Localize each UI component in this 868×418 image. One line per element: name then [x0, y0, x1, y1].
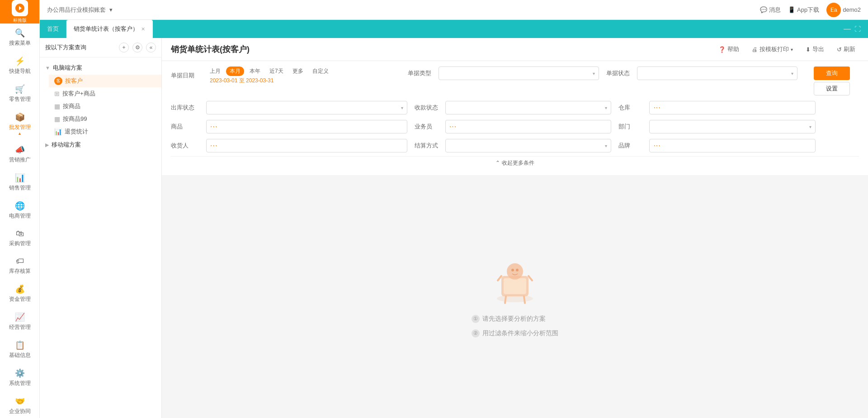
sidebar-item-ecommerce[interactable]: 🌐 电商管理	[0, 196, 39, 224]
sidebar-item-basic[interactable]: 📋 基础信息	[0, 336, 39, 364]
message-button[interactable]: 💬 消息	[760, 6, 781, 14]
collapse-bar[interactable]: ⌃ 收起更多条件	[171, 156, 859, 170]
tree-child-by-customer[interactable]: 客 按客户	[49, 75, 161, 87]
settings-button[interactable]: 设置	[814, 82, 850, 95]
sidebar-item-marketing[interactable]: 📣 营销推广	[0, 140, 39, 168]
tabbar: 首页 销货单统计表（按客户） ✕ — ⛶	[40, 20, 868, 38]
hint-item-2: ② 用过滤条件来缩小分析范围	[472, 329, 558, 337]
sidebar-item-collab[interactable]: 🤝 企业协同	[0, 392, 39, 418]
sidebar-item-wholesale[interactable]: 📦 批发管理 ▲	[0, 108, 39, 140]
tree-child-by-product[interactable]: ▦ 按商品	[49, 100, 161, 113]
user-menu[interactable]: Ea demo2	[826, 3, 861, 17]
out-status-arrow-icon: ▾	[401, 105, 403, 110]
brand-dots: ···	[653, 142, 660, 150]
topbar-title: 办公用品行业模拟账套	[47, 6, 106, 14]
svg-point-5	[516, 269, 519, 271]
sidebar-item-inventory[interactable]: 🏷 库存核算	[0, 252, 39, 280]
search-icon: 🔍	[15, 28, 25, 38]
staff-label: 业务员	[415, 123, 442, 131]
child-label-customer: 按客户	[65, 77, 83, 85]
query-button[interactable]: 查询	[814, 66, 850, 80]
tree-child-product99[interactable]: ▦ 按商品99	[49, 113, 161, 125]
brand-label: 品牌	[618, 142, 646, 150]
sidebar-item-sales[interactable]: 📊 销售管理	[0, 168, 39, 196]
help-button[interactable]: ❓ 帮助	[715, 43, 743, 55]
sidebar-item-retail[interactable]: 🛒 零售管理	[0, 80, 39, 108]
recipient-input[interactable]: ···	[206, 139, 407, 152]
hint-num-2: ②	[472, 329, 480, 337]
sidebar-item-finance[interactable]: 💰 资金管理	[0, 280, 39, 308]
print-arrow-icon: ▾	[791, 47, 793, 52]
date-tab-last-month[interactable]: 上月	[206, 66, 224, 76]
print-button[interactable]: 🖨 按模板打印 ▾	[748, 43, 797, 55]
settings-scheme-button[interactable]: ⚙	[132, 43, 142, 52]
payment-select[interactable]: ▾	[445, 139, 612, 152]
tab-sales-stat[interactable]: 销货单统计表（按客户） ✕	[66, 20, 153, 38]
brand-input[interactable]: ···	[649, 139, 816, 152]
message-icon: 💬	[760, 6, 767, 13]
hint-item-1: ① 请先选择要分析的方案	[472, 315, 558, 323]
left-panel: 按以下方案查询 + ⚙ « ▼ 电脑端方案 客 按客户	[40, 38, 162, 418]
collapse-panel-button[interactable]: «	[146, 43, 156, 52]
child-label-customer-product: 按客户+商品	[62, 90, 95, 98]
svg-line-6	[498, 276, 501, 280]
sidebar-item-operations[interactable]: 📈 经营管理	[0, 308, 39, 336]
tree-mobile-label: 移动端方案	[52, 141, 81, 149]
collab-icon: 🤝	[15, 396, 25, 406]
payment-arrow-icon: ▾	[605, 143, 607, 148]
tab-maximize-icon[interactable]: ⛶	[854, 25, 861, 33]
warehouse-input[interactable]: ···	[649, 101, 816, 114]
child-icon-return: 📊	[54, 128, 62, 135]
order-type-label: 单据类型	[408, 69, 435, 77]
wholesale-icon: 📦	[15, 112, 25, 122]
date-tab-this-year[interactable]: 本年	[246, 66, 264, 76]
tab-minimize-icon[interactable]: —	[844, 25, 851, 33]
order-status-select[interactable]: ▾	[637, 66, 797, 80]
sidebar-item-purchase[interactable]: 🛍 采购管理	[0, 224, 39, 252]
refresh-button[interactable]: ↺ 刷新	[833, 43, 859, 55]
tree-mobile-expand-icon: ▶	[45, 142, 49, 148]
staff-input[interactable]: ···	[445, 120, 612, 133]
payment-label: 结算方式	[415, 142, 442, 150]
child-label-product: 按商品	[63, 102, 80, 110]
out-status-select[interactable]: ▾	[206, 101, 407, 114]
empty-illustration	[488, 253, 542, 308]
date-tabs: 上月 本月 本年 近7天 更多 自定义	[206, 66, 332, 76]
product-input[interactable]: ···	[206, 120, 407, 133]
recipient-dots: ···	[210, 142, 217, 150]
sidebar-item-search[interactable]: 🔍 搜索菜单	[0, 24, 39, 52]
tree-section: ▼ 电脑端方案 客 按客户 ⊞ 按客户+商品 ▦ 按商品	[40, 57, 161, 155]
child-icon-product: ▦	[54, 103, 60, 110]
left-panel-actions: + ⚙ «	[119, 43, 156, 52]
topbar-arrow[interactable]: ▾	[109, 6, 113, 13]
tree-child-customer-product[interactable]: ⊞ 按客户+商品	[49, 87, 161, 100]
date-tab-custom[interactable]: 自定义	[309, 66, 332, 76]
refresh-icon: ↺	[837, 46, 842, 53]
tree-child-return[interactable]: 📊 退货统计	[49, 125, 161, 138]
topbar: 办公用品行业模拟账套 ▾ 💬 消息 📱 App下载 Ea demo2	[40, 0, 868, 20]
date-tab-7days[interactable]: 近7天	[266, 66, 287, 76]
add-scheme-button[interactable]: +	[119, 43, 129, 52]
tab-home[interactable]: 首页	[40, 20, 66, 38]
tree-children-pc: 客 按客户 ⊞ 按客户+商品 ▦ 按商品 ▦ 按商品99	[40, 75, 161, 138]
dept-arrow-icon: ▾	[809, 124, 811, 129]
warehouse-label: 仓库	[618, 104, 646, 112]
dept-select[interactable]: ▾	[649, 120, 816, 133]
export-button[interactable]: ⬇ 导出	[802, 43, 828, 55]
sidebar-item-system[interactable]: ⚙️ 系统管理	[0, 364, 39, 392]
tree-item-mobile[interactable]: ▶ 移动端方案	[40, 138, 161, 152]
order-type-select[interactable]: ▾	[439, 66, 599, 80]
date-tab-this-month[interactable]: 本月	[226, 66, 244, 76]
dept-label: 部门	[618, 123, 646, 131]
app-download-button[interactable]: 📱 App下载	[788, 6, 819, 14]
svg-line-8	[505, 296, 506, 303]
app-icon: 📱	[788, 6, 795, 13]
main-area: 办公用品行业模拟账套 ▾ 💬 消息 📱 App下载 Ea demo2 首页	[40, 0, 868, 418]
receipt-status-select[interactable]: ▾	[445, 101, 612, 114]
logo-text: 标推版	[13, 17, 27, 24]
avatar-initials: Ea	[830, 7, 837, 13]
sidebar-item-quick[interactable]: ⚡ 快捷导航	[0, 52, 39, 80]
tab-close-icon[interactable]: ✕	[141, 26, 145, 32]
tree-item-pc[interactable]: ▼ 电脑端方案	[40, 61, 161, 75]
date-tab-more[interactable]: 更多	[289, 66, 307, 76]
